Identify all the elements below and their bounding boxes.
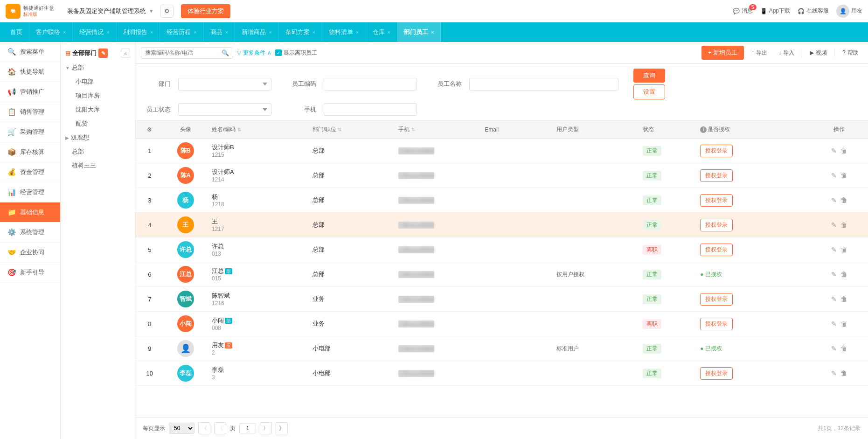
search-icon[interactable]: 🔍 — [222, 49, 229, 56]
nav-tab-客户联络[interactable]: 客户联络× — [29, 22, 73, 42]
auth-login-button[interactable]: 授权登录 — [700, 318, 733, 330]
left-nav-item-新手引导[interactable]: 🎯新手引导 — [0, 263, 60, 283]
edit-button[interactable]: ✎ — [829, 319, 839, 328]
left-nav-item-系统管理[interactable]: ⚙️系统管理 — [0, 223, 60, 243]
emp-code-input[interactable] — [324, 78, 417, 91]
online-service-button[interactable]: 🎧 在线客服 — [798, 7, 829, 15]
tree-node-项目库房[interactable]: 项目库房 — [61, 89, 135, 103]
edit-button[interactable]: ✎ — [829, 195, 839, 205]
left-nav-item-销售管理[interactable]: 📋销售管理 — [0, 102, 60, 122]
close-tab-icon[interactable]: × — [312, 29, 315, 35]
import-button[interactable]: ↓ 导入 — [775, 47, 798, 59]
prev-page-button[interactable]: 〈 — [214, 422, 226, 434]
delete-button[interactable]: 🗑 — [839, 369, 849, 378]
tree-node-配货[interactable]: 配货 — [61, 117, 135, 131]
nav-tab-经营情况[interactable]: 经营情况× — [73, 22, 116, 42]
left-nav-item-营销推广[interactable]: 📢营销推广 — [0, 82, 60, 102]
left-nav-item-搜索菜单[interactable]: 🔍搜索菜单 — [0, 42, 60, 62]
search-input[interactable] — [145, 49, 220, 56]
auth-login-button[interactable]: 授权登录 — [700, 169, 733, 182]
collapse-sidebar-button[interactable]: « — [121, 49, 130, 58]
left-nav-item-采购管理[interactable]: 🛒采购管理 — [0, 122, 60, 142]
phone-input[interactable] — [324, 103, 417, 116]
nav-tab-新增商品[interactable]: 新增商品× — [235, 22, 278, 42]
left-nav-item-资金管理[interactable]: 💰资金管理 — [0, 162, 60, 182]
query-button[interactable]: 查询 — [633, 69, 665, 83]
close-tab-icon[interactable]: × — [269, 29, 271, 35]
delete-button[interactable]: 🗑 — [839, 146, 849, 155]
try-button[interactable]: 体验行业方案 — [181, 4, 230, 18]
tree-node-植树王三[interactable]: 植树王三 — [61, 159, 135, 173]
close-tab-icon[interactable]: × — [150, 29, 153, 35]
left-nav-item-企业协同[interactable]: 🤝企业协同 — [0, 243, 60, 263]
close-tab-icon[interactable]: × — [194, 29, 196, 35]
nav-tab-首页[interactable]: 首页 — [4, 22, 29, 42]
app-download-button[interactable]: 📱 App下载 — [760, 7, 790, 15]
edit-button[interactable]: ✎ — [829, 344, 839, 353]
col-settings[interactable]: ⚙ — [135, 121, 164, 139]
delete-button[interactable]: 🗑 — [839, 344, 849, 353]
close-tab-icon[interactable]: × — [225, 29, 228, 35]
delete-button[interactable]: 🗑 — [839, 195, 849, 205]
tree-node-双鹿想[interactable]: ▶双鹿想 — [61, 131, 135, 145]
delete-button[interactable]: 🗑 — [839, 294, 849, 304]
edit-button[interactable]: ✎ — [829, 369, 839, 378]
more-filter-button[interactable]: ▽ 更多条件 ∧ — [237, 49, 271, 57]
nav-tab-商品[interactable]: 商品× — [204, 22, 235, 42]
auth-login-button[interactable]: 授权登录 — [700, 219, 733, 231]
nav-tab-部门员工[interactable]: 部门员工× — [397, 22, 441, 42]
delete-button[interactable]: 🗑 — [839, 319, 849, 328]
left-nav-item-库存核算[interactable]: 📦库存核算 — [0, 142, 60, 162]
nav-tab-物料清单[interactable]: 物料清单× — [322, 22, 366, 42]
emp-name-input[interactable] — [469, 78, 618, 91]
tree-node-小电部[interactable]: 小电部 — [61, 75, 135, 89]
tree-node-总部[interactable]: 总部 — [61, 145, 135, 159]
tree-node-沈阳大库[interactable]: 沈阳大库 — [61, 103, 135, 117]
edit-button[interactable]: ✎ — [829, 171, 839, 180]
delete-button[interactable]: 🗑 — [839, 245, 849, 254]
nav-tab-条码方案[interactable]: 条码方案× — [279, 22, 322, 42]
close-tab-icon[interactable]: × — [431, 29, 434, 35]
delete-button[interactable]: 🗑 — [839, 270, 849, 279]
nav-tab-仓库[interactable]: 仓库× — [366, 22, 397, 42]
edit-button[interactable]: ✎ — [829, 294, 839, 304]
gear-button[interactable]: ⚙ — [160, 5, 174, 18]
user-avatar[interactable]: 👤 用友 — [836, 5, 862, 18]
help-button[interactable]: ? 帮助 — [839, 47, 862, 59]
show-resigned-toggle[interactable]: ✓ 显示离职员工 — [275, 49, 317, 57]
delete-button[interactable]: 🗑 — [839, 171, 849, 180]
edit-dept-button[interactable]: ✎ — [98, 49, 108, 58]
last-page-button[interactable]: 》 — [276, 422, 288, 434]
edit-button[interactable]: ✎ — [829, 146, 839, 155]
left-nav-item-基础信息[interactable]: 📁基础信息 — [0, 202, 60, 223]
auth-login-button[interactable]: 授权登录 — [700, 145, 733, 157]
close-tab-icon[interactable]: × — [106, 29, 109, 35]
emp-status-select[interactable] — [178, 103, 271, 116]
show-resigned-checkbox[interactable]: ✓ — [275, 49, 282, 56]
auth-login-button[interactable]: 授权登录 — [700, 194, 733, 207]
nav-tab-利润报告[interactable]: 利润报告× — [117, 22, 160, 42]
delete-button[interactable]: 🗑 — [839, 220, 849, 230]
col-name[interactable]: 姓名/编码 ⇅ — [207, 121, 308, 139]
edit-button[interactable]: ✎ — [829, 270, 839, 279]
close-tab-icon[interactable]: × — [388, 29, 390, 35]
close-tab-icon[interactable]: × — [63, 29, 66, 35]
close-tab-icon[interactable]: × — [356, 29, 359, 35]
page-size-select[interactable]: 50 100 — [169, 423, 194, 434]
col-phone[interactable]: 手机 ⇅ — [394, 121, 480, 139]
auth-login-button[interactable]: 授权登录 — [700, 244, 733, 256]
auth-login-button[interactable]: 授权登录 — [700, 293, 733, 306]
dropdown-arrow-icon[interactable]: ▾ — [150, 7, 153, 14]
tree-node-总部[interactable]: ▼总部 — [61, 61, 135, 75]
add-employee-button[interactable]: + 新增员工 — [701, 46, 744, 60]
export-button[interactable]: ↑ 导出 — [748, 47, 771, 59]
col-dept[interactable]: 部门/职位 ⇅ — [308, 121, 394, 139]
dept-select[interactable] — [178, 78, 271, 91]
first-page-button[interactable]: 《 — [198, 422, 210, 434]
message-button[interactable]: 💬 消息 5 — [733, 7, 753, 15]
edit-button[interactable]: ✎ — [829, 220, 839, 230]
video-button[interactable]: ▶ 视频 — [806, 47, 831, 59]
set-button[interactable]: 设置 — [633, 84, 665, 99]
left-nav-item-快捷导航[interactable]: 🏠快捷导航 — [0, 62, 60, 82]
auth-login-button[interactable]: 授权登录 — [700, 367, 733, 380]
